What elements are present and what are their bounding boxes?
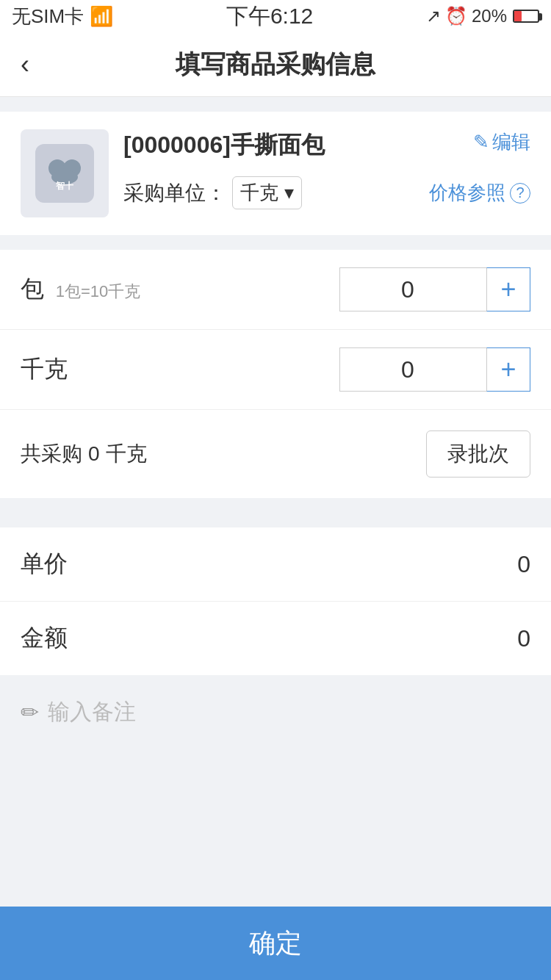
kg-label: 千克 — [21, 356, 68, 382]
section-divider-1 — [0, 235, 551, 250]
content-spacer — [0, 749, 551, 896]
status-time: 下午6:12 — [226, 1, 313, 32]
remark-placeholder: 输入备注 — [48, 697, 136, 727]
unit-price-label: 单价 — [21, 548, 68, 580]
back-button[interactable]: ‹ — [21, 49, 29, 80]
summary-unit: 千克 — [106, 440, 147, 468]
bag-input-control: + — [339, 267, 530, 311]
kg-plus-button[interactable]: + — [486, 347, 530, 392]
kg-input-control: + — [339, 347, 530, 392]
summary-prefix: 共采购 — [21, 440, 82, 468]
summary-value: 0 — [88, 442, 100, 466]
confirm-button-label: 确定 — [249, 926, 302, 962]
amount-value: 0 — [517, 625, 530, 652]
product-logo: 智十 — [35, 144, 94, 203]
bag-plus-button[interactable]: + — [486, 267, 530, 311]
help-icon: ? — [510, 183, 530, 203]
unit-label: 采购单位： — [123, 179, 226, 207]
unit-price-value: 0 — [517, 551, 530, 578]
product-info: [0000006]手撕面包 ✎ 编辑 采购单位： 千克 ▾ 价格参照 ? — [123, 129, 530, 209]
unit-price-row: 单价 0 — [0, 527, 551, 602]
alarm-icon: ⏰ — [445, 6, 467, 26]
remark-section[interactable]: ✏ 输入备注 — [0, 675, 551, 749]
record-batch-button[interactable]: 录批次 — [426, 430, 530, 478]
kg-quantity-input[interactable] — [339, 347, 486, 392]
product-thumbnail: 智十 — [21, 129, 109, 217]
summary-text: 共采购 0 千克 — [21, 440, 147, 468]
pencil-icon: ✏ — [21, 699, 39, 725]
price-ref-label: 价格参照 — [429, 180, 505, 206]
edit-button[interactable]: ✎ 编辑 — [473, 129, 530, 155]
confirm-bar[interactable]: 确定 — [0, 907, 551, 980]
location-icon: ↗ — [426, 6, 441, 26]
product-full-name: [0000006]手撕面包 — [123, 129, 325, 162]
unit-dropdown[interactable]: 千克 ▾ — [232, 176, 302, 209]
wifi-signal-icon: 📶 — [90, 5, 113, 28]
section-divider-2 — [0, 498, 551, 513]
kg-input-row: 千克 + — [0, 330, 551, 410]
summary-row: 共采购 0 千克 录批次 — [0, 410, 551, 498]
edit-icon: ✎ — [473, 131, 489, 154]
product-name-row: [0000006]手撕面包 ✎ 编辑 — [123, 129, 530, 162]
kg-label-group: 千克 — [21, 353, 68, 386]
svg-text:智十: 智十 — [55, 181, 74, 191]
bag-label-group: 包 1包=10千克 — [21, 273, 140, 306]
battery-percent: 20% — [472, 6, 507, 26]
page-title: 填写商品采购信息 — [176, 48, 375, 82]
status-bar: 无SIM卡 📶 下午6:12 ↗ ⏰ 20% — [0, 0, 551, 32]
amount-label: 金额 — [21, 622, 68, 655]
price-ref-button[interactable]: 价格参照 ? — [429, 180, 530, 206]
status-right: ↗ ⏰ 20% — [426, 6, 539, 26]
status-left: 无SIM卡 📶 — [12, 4, 113, 29]
unit-value: 千克 — [240, 180, 278, 206]
dropdown-arrow-icon: ▾ — [284, 181, 294, 204]
edit-label: 编辑 — [492, 129, 530, 155]
nav-bar: ‹ 填写商品采购信息 — [0, 32, 551, 97]
bag-label: 包 — [21, 275, 44, 302]
price-info-section: 单价 0 金额 0 — [0, 527, 551, 675]
carrier-text: 无SIM卡 — [12, 4, 84, 29]
product-card: 智十 [0000006]手撕面包 ✎ 编辑 采购单位： 千克 ▾ 价格参照 ? — [0, 112, 551, 235]
bag-quantity-input[interactable] — [339, 267, 486, 311]
quantity-section: 包 1包=10千克 + 千克 + — [0, 250, 551, 410]
battery-icon — [513, 10, 539, 23]
unit-row: 采购单位： 千克 ▾ 价格参照 ? — [123, 176, 530, 209]
bag-input-row: 包 1包=10千克 + — [0, 250, 551, 330]
bag-sub-label: 1包=10千克 — [56, 282, 141, 300]
amount-row: 金额 0 — [0, 602, 551, 675]
